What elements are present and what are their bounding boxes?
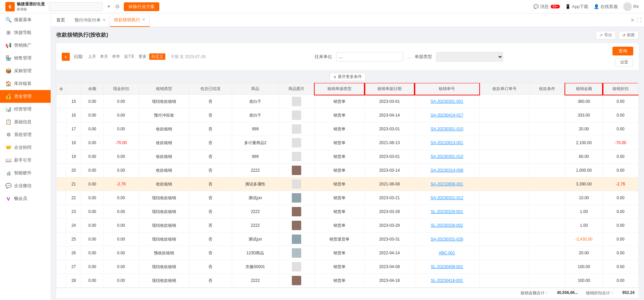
table-row: 27 0.00 0.00 现结收款核销 否 衣服00001 销货单 2023-0… [57, 260, 639, 274]
cell-cancel-doc-no[interactable]: SL-20230328-002 [415, 219, 479, 232]
cell-cancel-doc-no[interactable]: SA-20230301-001 [415, 95, 479, 109]
cell-cancel-doc-no[interactable]: SA-20210813-001 [415, 136, 479, 150]
sidebar-item-marketing[interactable]: 📢 营销推广 [0, 39, 51, 52]
cell-seq: 15 [66, 95, 82, 109]
cell-cancel-doc-no[interactable]: SA-20230331-026 [415, 232, 479, 246]
cell-seq: 18 [66, 136, 82, 150]
tab-close-all-icon[interactable]: ✕ [631, 17, 635, 23]
gear-icon[interactable]: ⚙ [115, 3, 120, 10]
cell-balance: 0.00 [82, 150, 103, 164]
sidebar-item-operations[interactable]: 📊 经营管理 [0, 103, 51, 116]
cell-cancel-doc-no[interactable]: SA-20230301-010 [415, 122, 479, 136]
cell-balance: 0.00 [82, 191, 103, 205]
industry-btn[interactable]: 休验行业方案 [124, 2, 159, 11]
sidebar-item-sales[interactable]: 🏪 销售管理 [0, 52, 51, 65]
date-link-more[interactable]: 更多 [137, 53, 148, 60]
sidebar-item-smarthw[interactable]: 🖨 智能硬件 [0, 167, 51, 179]
cell-cancel-doc-type: 销货退货单 [315, 232, 365, 246]
cell-goods-img [279, 122, 315, 136]
sidebar-item-wechat[interactable]: 💬 企业微信 [0, 179, 51, 192]
cell-cancel-doc-date: 2023-03-21 [365, 191, 415, 205]
cell-cash-discount: 0.00 [103, 260, 139, 274]
date-label: 日期 [74, 54, 83, 60]
sidebar-item-quicknav[interactable]: ⊞ 快捷导航 [0, 26, 51, 39]
cell-cash-discount: 0.00 [103, 246, 139, 260]
sidebar-item-finance[interactable]: 💰 资金管理 [0, 90, 51, 103]
col-cancel-doc-no: 核销单号 [415, 83, 479, 95]
tab-prepay[interactable]: 预付冲应付单 ✕ [70, 13, 110, 27]
cell-cancel-doc-no[interactable]: SA-20230321-012 [415, 191, 479, 205]
col-balance: 余额 [82, 83, 103, 95]
export-button[interactable]: ↗ 导出 [596, 31, 616, 39]
query-button[interactable]: 查询 [612, 47, 633, 55]
filter-expand-btn[interactable]: » [62, 53, 70, 61]
baseinfo-icon: 📋 [5, 119, 11, 125]
cell-cancel-doc-no[interactable]: SL-20230418-001 [415, 274, 479, 288]
sidebar-item-member[interactable]: V 畅会员 [0, 192, 51, 205]
notification-item[interactable]: 💬 消息 99+ [533, 4, 560, 10]
date-link-7days[interactable]: 近7天 [123, 53, 136, 60]
sidebar-label-guide: 新手引导 [14, 157, 32, 163]
table-wrap: ⚙ 余额 现金折扣 核销类型 包含已结清 商品 商品图片 核销单据类型 核销单据… [56, 83, 639, 298]
tab-cancel[interactable]: 收款核销执行 ✕ [110, 13, 150, 27]
cell-cancel-doc-no[interactable]: SA-20210808-001 [415, 177, 479, 191]
date-link-this-year[interactable]: 本年 [111, 53, 121, 60]
col-receipt-order-no: 收款单订单号 [479, 83, 529, 95]
sidebar-item-purchase[interactable]: 📦 采购管理 [0, 65, 51, 77]
expand-more-btn[interactable]: ∨ 展开更多条件 [330, 73, 366, 81]
sidebar-item-search[interactable]: 🔍 搜索菜单 [0, 13, 51, 26]
cell-cancel-doc-type: 销货单 [315, 205, 365, 219]
cell-cancel-doc-no[interactable]: SA-20230414-017 [415, 109, 479, 122]
cell-seq: 23 [66, 205, 82, 219]
cell-cancel-doc-no[interactable]: SA-20230314-008 [415, 164, 479, 177]
tab-expand-icon[interactable]: ⛶ [637, 17, 641, 23]
online-service-item[interactable]: 👤 在线客服 [594, 4, 618, 10]
cell-cancel-doc-date: 2023-03-28 [365, 219, 415, 232]
refresh-button[interactable]: ↺ 刷新 [619, 31, 639, 39]
cell-cancel-doc-no[interactable]: ABC-001 [415, 246, 479, 260]
top-search-input[interactable] [49, 2, 103, 11]
cell-receipt-order-no [479, 219, 529, 232]
col-settings[interactable]: ⚙ [57, 83, 66, 95]
cell-balance: 0.00 [82, 136, 103, 150]
sidebar-label-sales: 销售管理 [14, 55, 32, 61]
tab-prepay-close[interactable]: ✕ [103, 18, 106, 22]
cell-cancel-discount: 0.00 [603, 260, 639, 274]
sidebar-item-corpcoop[interactable]: 🤝 企业协同 [0, 141, 51, 154]
cell-receipt-order-no [479, 136, 529, 150]
sidebar-item-guide[interactable]: 📖 新手引导 [0, 154, 51, 167]
cell-receipt-order-no [479, 164, 529, 177]
cell-receipt-condition [529, 246, 565, 260]
cell-goods-img [279, 109, 315, 122]
tab-cancel-close[interactable]: ✕ [142, 17, 145, 22]
cell-cancel-type: 收款核销 [139, 164, 189, 177]
cell-seq: 24 [66, 219, 82, 232]
tab-home[interactable]: 首页 [51, 13, 70, 27]
cell-seq: 17 [66, 122, 82, 136]
cell-cancel-doc-date: 2023-03-14 [365, 164, 415, 177]
cell-cancel-doc-no[interactable]: SA-20230301-010 [415, 150, 479, 164]
date-custom-btn[interactable]: 自定义 [149, 53, 165, 60]
cell-cancel-discount: 0.00 [603, 95, 639, 109]
date-link-last-month[interactable]: 上月 [87, 53, 97, 60]
cell-goods-img [279, 164, 315, 177]
app-download-item[interactable]: 📱 App下载 [565, 4, 588, 10]
user-area[interactable]: Rit [623, 2, 639, 11]
col-goods: 商品 [232, 83, 279, 95]
sidebar-item-baseinfo[interactable]: 📋 基础信息 [0, 116, 51, 128]
cell-cancel-amount: 10.00 [565, 191, 603, 205]
sidebar-item-inventory[interactable]: 🏠 库存核算 [0, 77, 51, 90]
cell-settings [57, 109, 66, 122]
cell-include-settled: 否 [189, 205, 232, 219]
date-link-this-month[interactable]: 本月 [99, 53, 109, 60]
cell-cancel-doc-type: 销货单 [315, 177, 365, 191]
cell-cancel-doc-no[interactable]: SL-20230408-001 [415, 260, 479, 274]
sidebar-item-system[interactable]: ⚙ 系统管理 [0, 128, 51, 141]
cell-cancel-doc-no[interactable]: SL-20230328-001 [415, 205, 479, 219]
setting-button[interactable]: 设置 [615, 58, 633, 67]
table-row: 23 0.00 0.00 现结收款核销 否 2222 销货单 2023-03-2… [57, 205, 639, 219]
dropdown-arrow-icon[interactable]: ▼ [107, 4, 111, 9]
type-select[interactable] [436, 52, 503, 61]
cell-cancel-amount: 20.00 [565, 246, 603, 260]
partner-input[interactable] [336, 52, 403, 61]
